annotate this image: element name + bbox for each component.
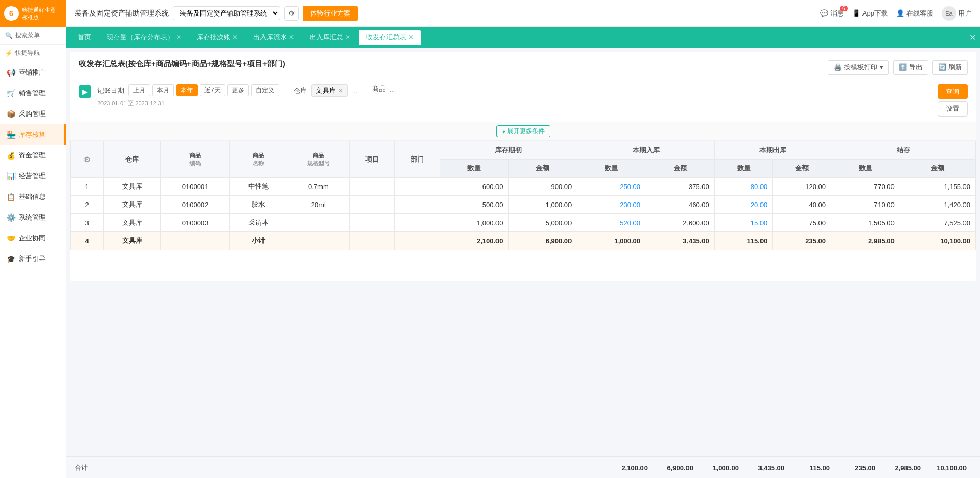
sidebar-item-system[interactable]: ⚙️ 系统管理 [0, 207, 66, 228]
th-in-amt: 金额 [646, 160, 715, 178]
sidebar-item-enterprise[interactable]: 🤝 企业协同 [0, 228, 66, 249]
sidebar-item-finance[interactable]: 💰 资金管理 [0, 145, 66, 166]
cell-close-qty: 770.00 [831, 178, 900, 196]
app-download-button[interactable]: 📱 App下载 [852, 9, 888, 18]
tab-close-receive-summary[interactable]: ✕ [408, 34, 414, 40]
date-btn-7days[interactable]: 近7天 [200, 84, 225, 96]
th-out-amt: 金额 [773, 160, 831, 178]
date-btn-this-year[interactable]: 本年 [176, 84, 198, 96]
footer-in-qty: 1,000.00 [703, 464, 744, 472]
expand-conditions-btn[interactable]: ▾ 展开更多条件 [496, 125, 550, 137]
th-close-amt: 金额 [900, 160, 975, 178]
settings-gear-button[interactable]: ⚙ [284, 6, 299, 21]
cell-close-qty: 710.00 [831, 196, 900, 214]
cell-open-amt: 5,000.00 [508, 214, 577, 232]
sidebar-item-purchase[interactable]: 📦 采购管理 [0, 104, 66, 124]
cell-in-qty[interactable]: 520.00 [577, 214, 646, 232]
message-button[interactable]: 💬 消息 6 [820, 9, 844, 18]
tab-receive-summary[interactable]: 收发存汇总表 ✕ [359, 30, 421, 45]
cell-open-qty: 1,000.00 [440, 214, 508, 232]
user-menu[interactable]: Ea 用户 [942, 6, 972, 21]
cell-no: 2 [71, 196, 104, 214]
tab-close-batch[interactable]: ✕ [232, 34, 238, 40]
warehouse-more[interactable]: ... [352, 87, 358, 95]
settings-button[interactable]: 设置 [938, 101, 968, 117]
cell-out-qty[interactable]: 80.00 [714, 178, 773, 196]
cell-project [349, 178, 394, 196]
table-row: 1文具库0100001中性笔0.7mm600.00900.00250.00375… [71, 178, 976, 196]
sidebar-item-sales[interactable]: 🛒 销售管理 [0, 83, 66, 104]
finance-icon: 💰 [6, 151, 16, 160]
cell-warehouse: 文具库 [104, 178, 161, 196]
tab-home[interactable]: 首页 [70, 30, 98, 45]
th-settings[interactable]: ⚙ [71, 141, 104, 178]
cell-spec [287, 214, 349, 232]
experience-btn[interactable]: 体验行业方案 [303, 6, 358, 21]
th-closing: 结存 [831, 141, 975, 160]
cell-in-qty[interactable]: 230.00 [577, 196, 646, 214]
cell-open-amt: 1,000.00 [508, 196, 577, 214]
close-all-tabs[interactable]: ✕ [969, 33, 976, 42]
filter-toggle-btn[interactable]: ▶ [79, 85, 91, 98]
sidebar-item-basic[interactable]: 📋 基础信息 [0, 186, 66, 207]
cell-spec [287, 232, 349, 250]
warehouse-tag[interactable]: 文具库 ✕ [311, 84, 348, 97]
cell-project [349, 214, 394, 232]
search-menu[interactable]: 🔍 搜索菜单 [0, 27, 66, 45]
guide-icon: 🎓 [6, 255, 16, 263]
sidebar-item-marketing[interactable]: 📢 营销推广 [0, 62, 66, 83]
filter-bar: ▶ 记账日期 上月 本月 本年 近7天 更多 自定义 2023-01-01 至 … [70, 79, 976, 122]
refresh-btn[interactable]: 🔄 刷新 [932, 60, 968, 75]
cell-name: 胶水 [229, 196, 287, 214]
cell-out-amt: 120.00 [773, 178, 831, 196]
warehouse-tag-close[interactable]: ✕ [338, 87, 343, 94]
cell-in-qty[interactable]: 250.00 [577, 178, 646, 196]
tab-inventory-dist[interactable]: 现存量（库存分布表） ✕ [99, 30, 188, 45]
system-icon: ⚙️ [6, 213, 16, 222]
date-btn-this-month[interactable]: 本月 [152, 84, 174, 96]
warehouse-filter: 仓库 文具库 ✕ ... [294, 84, 358, 97]
date-btn-custom[interactable]: 自定义 [251, 84, 279, 96]
tab-inout-flow[interactable]: 出入库流水 ✕ [246, 30, 301, 45]
cell-code: 0100003 [161, 214, 230, 232]
column-settings-icon[interactable]: ⚙ [84, 155, 91, 164]
cell-open-qty: 600.00 [440, 178, 508, 196]
sidebar-item-guide[interactable]: 🎓 新手引导 [0, 249, 66, 269]
filter-actions: 查询 设置 [938, 84, 968, 117]
th-out: 本期出库 [714, 141, 831, 160]
print-btn[interactable]: 🖨️ 按模板打印 ▾ [828, 60, 889, 75]
cell-name: 小计 [229, 232, 287, 250]
sidebar-item-operations[interactable]: 📊 经营管理 [0, 166, 66, 186]
th-out-qty: 数量 [714, 160, 773, 178]
cell-out-qty[interactable]: 20.00 [714, 196, 773, 214]
sidebar-item-inventory[interactable]: 🏪 库存核算 [0, 124, 66, 145]
marketing-icon: 📢 [6, 68, 16, 77]
tab-close-inout-flow[interactable]: ✕ [289, 34, 294, 40]
date-btn-more[interactable]: 更多 [227, 84, 249, 96]
goods-more[interactable]: ... [390, 85, 396, 93]
logo-icon: 6 [4, 6, 19, 21]
cell-in-amt: 375.00 [646, 178, 715, 196]
cell-warehouse: 文具库 [104, 232, 161, 250]
page-content: 收发存汇总表(按仓库+商品编码+商品+规格型号+项目+部门) 🖨️ 按模板打印 … [66, 48, 980, 478]
cell-dept [394, 214, 440, 232]
tab-batch[interactable]: 库存批次账 ✕ [189, 30, 245, 45]
tab-close-inventory-dist[interactable]: ✕ [176, 34, 181, 40]
query-button[interactable]: 查询 [938, 84, 968, 99]
download-icon: 📱 [852, 9, 860, 17]
cell-out-qty[interactable]: 15.00 [714, 214, 773, 232]
date-btn-last-month[interactable]: 上月 [128, 84, 150, 96]
system-selector[interactable]: 装备及固定资产辅助管理系统 [173, 6, 280, 20]
expand-row: ▾ 展开更多条件 [70, 122, 976, 141]
tab-close-inout-summary[interactable]: ✕ [345, 34, 350, 40]
cell-code: 0100001 [161, 178, 230, 196]
export-btn[interactable]: ⬆️ 导出 [893, 60, 928, 75]
quick-nav[interactable]: ⚡ 快捷导航 [0, 45, 66, 62]
quick-nav-icon: ⚡ [5, 50, 13, 57]
tab-inout-summary[interactable]: 出入库汇总 ✕ [302, 30, 358, 45]
topbar-left: 装备及固定资产辅助管理系统 装备及固定资产辅助管理系统 ⚙ 体验行业方案 [75, 6, 358, 21]
topbar-right: 💬 消息 6 📱 App下载 👤 在线客服 Ea 用户 [820, 6, 972, 21]
service-icon: 👤 [896, 9, 904, 17]
operations-icon: 📊 [6, 172, 16, 180]
online-service-button[interactable]: 👤 在线客服 [896, 9, 933, 18]
